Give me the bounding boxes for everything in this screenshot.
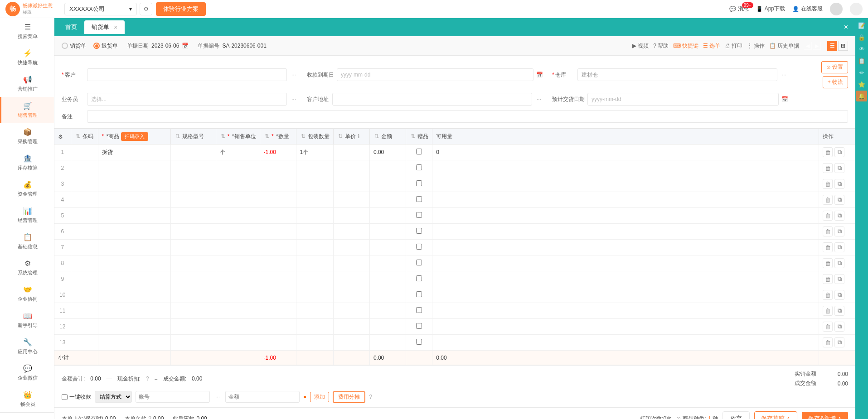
- qty-cell[interactable]: [260, 224, 296, 240]
- amount-cell[interactable]: [369, 208, 406, 224]
- fee-split-button[interactable]: 费用分摊: [333, 391, 365, 403]
- qty-cell[interactable]: [260, 303, 296, 319]
- price-cell[interactable]: [333, 176, 369, 192]
- sidebar-item-system[interactable]: ⚙ 系统管理: [0, 255, 54, 281]
- price-cell[interactable]: [333, 319, 369, 335]
- settings-button[interactable]: ⊙ 设置: [821, 61, 848, 73]
- gift-cell[interactable]: [406, 255, 432, 271]
- copy-btn[interactable]: ⧉: [834, 274, 844, 284]
- unit-cell[interactable]: [216, 240, 260, 255]
- customer-more-icon[interactable]: ···: [290, 72, 298, 78]
- pkg-qty-cell[interactable]: [296, 224, 333, 240]
- qty-cell[interactable]: [260, 160, 296, 176]
- gift-cell[interactable]: [406, 160, 432, 176]
- salesperson-input[interactable]: 选择...: [87, 93, 287, 106]
- scan-button[interactable]: 扫码录入: [121, 132, 148, 141]
- window-close-button[interactable]: ×: [840, 23, 852, 31]
- rp-btn-6[interactable]: ⭐: [856, 79, 867, 90]
- delete-btn[interactable]: 🗑: [823, 195, 833, 205]
- spec-cell[interactable]: [170, 287, 216, 303]
- unit-cell[interactable]: 个: [216, 144, 260, 160]
- logistics-button[interactable]: + 物流: [823, 76, 848, 88]
- copy-btn[interactable]: ⧉: [834, 179, 844, 189]
- amount-cell[interactable]: [369, 271, 406, 287]
- price-cell[interactable]: [333, 271, 369, 287]
- qty-cell[interactable]: [260, 208, 296, 224]
- rp-btn-1[interactable]: 📝: [856, 20, 867, 31]
- sidebar-collapse-btn[interactable]: ◀: [29, 416, 51, 419]
- amount-cell[interactable]: 0.00: [369, 144, 406, 160]
- add-button[interactable]: 添加: [310, 392, 329, 402]
- copy-btn[interactable]: ⧉: [834, 195, 844, 205]
- salesperson-more-icon[interactable]: ···: [290, 96, 298, 102]
- discount-info-icon[interactable]: ?: [146, 376, 149, 382]
- product-cell[interactable]: 拆货: [98, 144, 170, 160]
- settings-icon[interactable]: ⚙: [140, 3, 152, 15]
- product-cell[interactable]: [98, 303, 170, 319]
- gift-cell[interactable]: [406, 335, 432, 351]
- payment-date-input[interactable]: yyyy-mm-dd: [337, 68, 533, 81]
- qty-cell[interactable]: [260, 287, 296, 303]
- spec-cell[interactable]: [170, 303, 216, 319]
- payment-method-select[interactable]: 结算方式: [95, 391, 132, 403]
- gift-cell[interactable]: [406, 224, 432, 240]
- spec-cell[interactable]: [170, 144, 216, 160]
- price-cell[interactable]: [333, 144, 369, 160]
- barcode-cell[interactable]: [71, 255, 98, 271]
- price-cell[interactable]: [333, 240, 369, 255]
- barcode-cell[interactable]: [71, 208, 98, 224]
- pkg-qty-cell[interactable]: [296, 208, 333, 224]
- sidebar-item-guide[interactable]: 📖 新手引导: [0, 307, 54, 333]
- amount-cell[interactable]: [369, 319, 406, 335]
- gift-cell[interactable]: [406, 208, 432, 224]
- amount-cell[interactable]: [369, 287, 406, 303]
- warehouse-input[interactable]: 建材仓: [577, 68, 777, 81]
- delete-btn[interactable]: 🗑: [823, 258, 833, 268]
- spec-cell[interactable]: [170, 192, 216, 208]
- amount-cell[interactable]: [369, 176, 406, 192]
- rp-btn-3[interactable]: 👁: [856, 43, 867, 54]
- copy-btn[interactable]: ⧉: [834, 211, 844, 221]
- customer-addr-input[interactable]: [332, 93, 532, 106]
- spec-cell[interactable]: [170, 335, 216, 351]
- qty-cell[interactable]: -1.00: [260, 144, 296, 160]
- barcode-cell[interactable]: [71, 303, 98, 319]
- delete-btn[interactable]: 🗑: [823, 290, 833, 300]
- next-arrow[interactable]: ▶: [813, 42, 821, 50]
- customer-input[interactable]: [87, 68, 287, 81]
- price-info-icon[interactable]: ℹ: [358, 133, 360, 140]
- delete-btn[interactable]: 🗑: [823, 226, 833, 236]
- spec-cell[interactable]: [170, 240, 216, 255]
- price-cell[interactable]: [333, 287, 369, 303]
- unit-cell[interactable]: [216, 160, 260, 176]
- trial-button[interactable]: 体验行业方案: [156, 2, 206, 16]
- tab-sales-order[interactable]: 销货单 ×: [84, 20, 125, 34]
- amount-cell[interactable]: [369, 255, 406, 271]
- price-cell[interactable]: [333, 224, 369, 240]
- unit-cell[interactable]: [216, 255, 260, 271]
- online-service-button[interactable]: 👤 在线客服: [792, 5, 823, 13]
- warehouse-more-icon[interactable]: ···: [780, 72, 788, 78]
- sidebar-item-basics[interactable]: 📋 基础信息: [0, 228, 54, 255]
- sidebar-item-search[interactable]: ☰ 搜索菜单: [0, 18, 54, 44]
- product-cell[interactable]: [98, 319, 170, 335]
- product-cell[interactable]: [98, 240, 170, 255]
- delete-btn[interactable]: 🗑: [823, 242, 833, 252]
- barcode-cell[interactable]: [71, 240, 98, 255]
- qty-cell[interactable]: [260, 335, 296, 351]
- unit-cell[interactable]: [216, 303, 260, 319]
- print-action[interactable]: 🖨 打印: [725, 42, 742, 50]
- gift-cell[interactable]: [406, 319, 432, 335]
- save-draft-button[interactable]: 保存草稿 ∧: [754, 411, 797, 419]
- pkg-qty-cell[interactable]: [296, 240, 333, 255]
- amount-cell[interactable]: [369, 192, 406, 208]
- barcode-cell[interactable]: [71, 176, 98, 192]
- history-action[interactable]: 📋 历史单据: [769, 42, 799, 50]
- user-menu[interactable]: [850, 3, 863, 15]
- product-cell[interactable]: [98, 208, 170, 224]
- amount-input[interactable]: [225, 391, 300, 403]
- qty-cell[interactable]: [260, 192, 296, 208]
- rp-btn-7[interactable]: 🔔: [856, 91, 867, 101]
- spec-cell[interactable]: [170, 176, 216, 192]
- delete-btn[interactable]: 🗑: [823, 322, 833, 332]
